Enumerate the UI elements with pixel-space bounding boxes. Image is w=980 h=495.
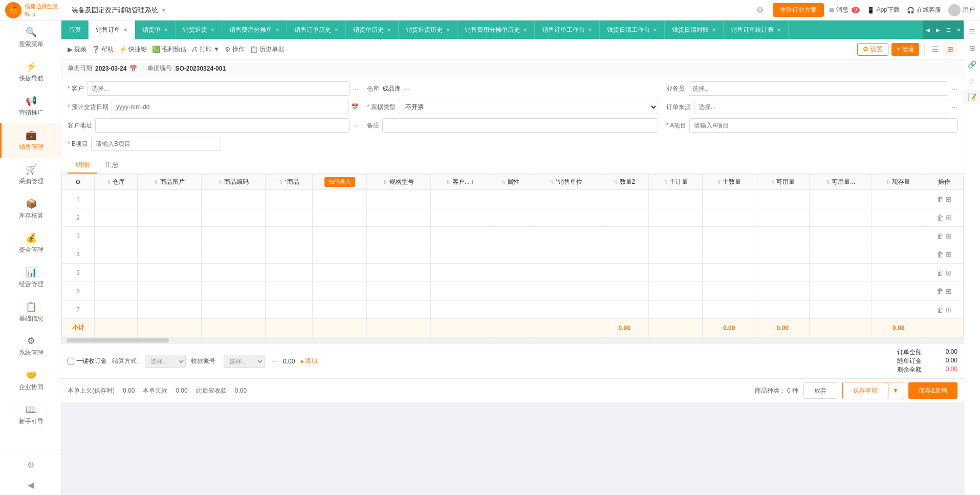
cell-current-qty[interactable]	[872, 245, 925, 264]
copy-row-button[interactable]: ⊞	[946, 287, 952, 295]
cell-product-code[interactable]	[202, 245, 266, 264]
tab-close-icon[interactable]: ✕	[777, 27, 781, 33]
customer-address-input[interactable]	[95, 118, 350, 133]
sidebar-item-inventory[interactable]: 📦 库存核算	[0, 192, 61, 226]
sidebar-item-system[interactable]: ⚙ 系统管理	[0, 329, 61, 363]
cell-spec[interactable]	[366, 208, 430, 227]
customer-input[interactable]	[87, 81, 350, 96]
cell-spec[interactable]	[366, 264, 430, 282]
cell-product-code[interactable]	[202, 300, 266, 319]
copy-row-button[interactable]: ⊞	[946, 306, 952, 314]
toolbar-item-print[interactable]: 🖨 打印 ▼	[191, 45, 220, 54]
tab-close-icon[interactable]: ✕	[164, 27, 168, 33]
list-view-icon[interactable]: ☰	[928, 42, 942, 56]
payment-method-select[interactable]: 选择...	[145, 355, 186, 368]
cell-current-qty[interactable]	[872, 208, 925, 227]
cell-product[interactable]	[266, 227, 313, 245]
horizontal-scrollbar[interactable]	[61, 337, 964, 343]
invoice-type-select[interactable]: 不开票	[399, 100, 658, 114]
tab-summary[interactable]: 汇总	[97, 157, 127, 174]
right-panel-icon-5[interactable]: 📝	[965, 90, 979, 104]
cell-warehouse[interactable]	[95, 190, 138, 208]
delete-row-button[interactable]: 🗑	[937, 269, 944, 277]
cell-customer-info[interactable]	[431, 264, 489, 282]
sidebar-collapse-button[interactable]: ◀	[0, 475, 61, 495]
sidebar-item-marketing[interactable]: 📢 营销推广	[0, 89, 61, 123]
tab-close-icon[interactable]: ✕	[712, 27, 716, 33]
cell-spec[interactable]	[366, 300, 430, 319]
sidebar-item-purchase[interactable]: 🛒 采购管理	[0, 158, 61, 192]
cell-available-qty[interactable]	[756, 282, 810, 300]
right-panel-icon-2[interactable]: ⊞	[965, 41, 979, 55]
copy-row-button[interactable]: ⊞	[946, 269, 952, 277]
tab-sales-expense[interactable]: 销售费用分摊单 ✕	[222, 20, 287, 39]
a-project-input[interactable]	[689, 118, 957, 133]
cell-customer-info[interactable]	[431, 227, 489, 245]
cell-warehouse[interactable]	[95, 208, 138, 227]
customer-more-icon[interactable]: ···	[353, 84, 359, 93]
delete-row-button[interactable]: 🗑	[937, 287, 944, 295]
cell-qty2[interactable]	[600, 264, 649, 282]
grid-view-icon[interactable]: ⊞	[943, 42, 957, 56]
cell-current-qty[interactable]	[872, 227, 925, 245]
cell-main-qty[interactable]	[702, 208, 756, 227]
settings-gear-icon[interactable]: ⚙	[756, 5, 764, 15]
cell-warehouse[interactable]	[95, 227, 138, 245]
sidebar-item-search[interactable]: 🔍 搜索菜单	[0, 20, 61, 55]
delete-row-button[interactable]: 🗑	[937, 232, 944, 240]
online-support-button[interactable]: 🎧 在线客服	[907, 6, 941, 14]
tab-return-history[interactable]: 销货退货历史 ✕	[399, 20, 458, 39]
cell-product-code[interactable]	[202, 264, 266, 282]
right-panel-icon-4[interactable]: ☆	[965, 74, 979, 88]
tab-close-icon[interactable]: ✕	[275, 27, 279, 33]
cell-sales-unit[interactable]	[532, 227, 600, 245]
cell-spec[interactable]	[366, 227, 430, 245]
sidebar-item-cooperation[interactable]: 🤝 企业协同	[0, 363, 61, 398]
cell-available-qty2[interactable]	[810, 190, 872, 208]
cell-customer-info[interactable]	[431, 245, 489, 264]
copy-row-button[interactable]: ⊞	[946, 232, 952, 240]
cell-product[interactable]	[266, 190, 313, 208]
cell-product[interactable]	[266, 208, 313, 227]
cell-main-unit[interactable]	[649, 208, 703, 227]
sidebar-settings-button[interactable]: ⚙	[0, 455, 61, 475]
tab-close-icon[interactable]: ✕	[588, 27, 592, 33]
cell-attribute[interactable]	[489, 227, 532, 245]
cell-spec[interactable]	[366, 245, 430, 264]
cell-customer-info[interactable]	[431, 208, 489, 227]
tab-close-icon[interactable]: ✕	[523, 27, 527, 33]
cell-product-code[interactable]	[202, 282, 266, 300]
tab-sales-order-history[interactable]: 销售订单历史 ✕	[287, 20, 346, 39]
warehouse-more-icon[interactable]: ···	[404, 84, 410, 93]
remarks-input[interactable]	[382, 118, 658, 133]
tab-close-icon[interactable]: ✕	[123, 27, 127, 33]
cell-qty2[interactable]	[600, 208, 649, 227]
cell-main-qty[interactable]	[702, 190, 756, 208]
cell-main-unit[interactable]	[649, 282, 703, 300]
cell-warehouse[interactable]	[95, 264, 138, 282]
cell-sales-unit[interactable]	[532, 190, 600, 208]
cell-current-qty[interactable]	[872, 282, 925, 300]
cell-sales-unit[interactable]	[532, 208, 600, 227]
tab-order-stats[interactable]: 销售订单统计表 ✕	[724, 20, 789, 39]
tab-sales-invoice[interactable]: 销货单 ✕	[135, 20, 176, 39]
message-button[interactable]: ✉ 消息 9	[829, 6, 860, 14]
add-receipt-button[interactable]: ● 添加	[300, 357, 317, 365]
copy-row-button[interactable]: ⊞	[946, 195, 952, 203]
cell-qty2[interactable]	[600, 282, 649, 300]
cell-available-qty2[interactable]	[810, 264, 872, 282]
cell-product-code[interactable]	[202, 227, 266, 245]
delete-row-button[interactable]: 🗑	[937, 306, 944, 314]
cell-available-qty[interactable]	[756, 190, 810, 208]
cell-current-qty[interactable]	[872, 300, 925, 319]
cell-available-qty2[interactable]	[810, 208, 872, 227]
cell-main-unit[interactable]	[649, 264, 703, 282]
cell-qty2[interactable]	[600, 227, 649, 245]
cell-spec[interactable]	[366, 282, 430, 300]
user-menu[interactable]: 用户	[948, 4, 975, 16]
salesperson-input[interactable]	[688, 81, 948, 96]
discard-button[interactable]: 放弃	[803, 382, 837, 399]
cell-sales-unit[interactable]	[532, 300, 600, 319]
cell-main-qty[interactable]	[702, 264, 756, 282]
tab-cash-workbench[interactable]: 钱货日清工作台 ✕	[600, 20, 665, 39]
